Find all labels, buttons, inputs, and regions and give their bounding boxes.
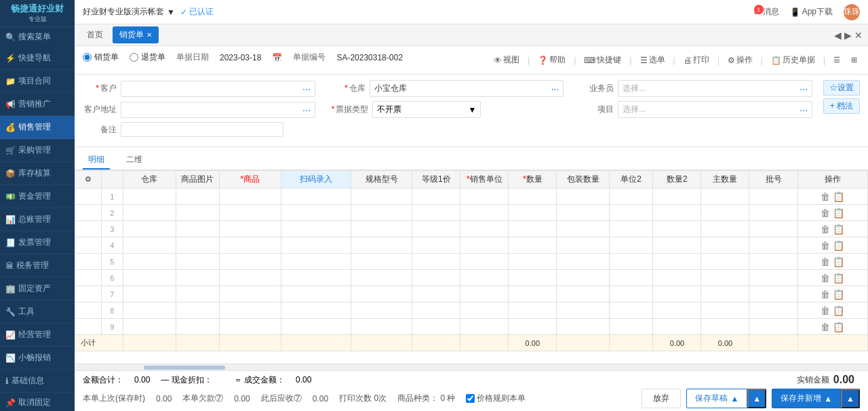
table-cell[interactable] — [557, 302, 610, 319]
table-cell[interactable] — [412, 221, 460, 237]
sale-order-input[interactable] — [83, 53, 92, 62]
tab-sale-order[interactable]: 销货单 ✕ — [113, 26, 159, 43]
table-cell[interactable] — [509, 319, 557, 335]
tab-2d[interactable]: 二维 — [121, 151, 148, 170]
sidebar-nav-funds[interactable]: 💵 资金管理 — [0, 185, 75, 208]
table-cell[interactable] — [281, 254, 351, 270]
delete-row-btn[interactable]: 🗑 — [821, 256, 830, 267]
table-cell[interactable] — [609, 221, 653, 237]
salesperson-dots[interactable]: ··· — [800, 83, 808, 94]
table-cell[interactable] — [412, 319, 460, 335]
abandon-btn[interactable]: 放弃 — [642, 389, 681, 408]
save-draft-more-btn[interactable]: ▲ — [747, 389, 766, 408]
table-cell[interactable] — [123, 189, 176, 205]
table-cell[interactable] — [176, 205, 220, 221]
table-cell[interactable] — [460, 319, 509, 335]
col-saleunit[interactable]: *销售单位 — [460, 171, 509, 189]
table-cell[interactable] — [281, 221, 351, 237]
table-cell[interactable] — [281, 286, 351, 302]
table-cell[interactable] — [176, 286, 220, 302]
table-cell[interactable] — [557, 254, 610, 270]
table-cell[interactable] — [220, 286, 281, 302]
table-cell[interactable] — [609, 205, 653, 221]
table-cell[interactable] — [412, 189, 460, 205]
delete-row-btn[interactable]: 🗑 — [821, 321, 830, 332]
table-cell[interactable] — [509, 221, 557, 237]
table-cell[interactable] — [412, 302, 460, 319]
table-cell[interactable] — [749, 254, 797, 270]
table-cell[interactable] — [460, 205, 509, 221]
table-cell[interactable] — [123, 302, 176, 319]
copy-row-btn[interactable]: 📋 — [833, 305, 844, 316]
help-btn[interactable]: ❓ 帮助 — [535, 53, 568, 67]
sidebar-nav-ledger[interactable]: 📊 总账管理 — [0, 208, 75, 231]
table-cell[interactable] — [460, 286, 509, 302]
table-cell[interactable] — [701, 270, 749, 286]
table-cell[interactable] — [460, 302, 509, 319]
table-cell[interactable] — [509, 302, 557, 319]
table-cell[interactable] — [281, 270, 351, 286]
table-cell[interactable] — [281, 302, 351, 319]
save-new-more-btn[interactable]: ▲ — [841, 389, 860, 408]
table-cell[interactable] — [412, 270, 460, 286]
delete-row-btn[interactable]: 🗑 — [821, 224, 830, 235]
table-cell[interactable] — [557, 221, 610, 237]
copy-row-btn[interactable]: 📋 — [833, 289, 844, 300]
col-mainqty[interactable]: 主数量 — [701, 171, 749, 189]
table-cell[interactable] — [609, 286, 653, 302]
sidebar-nav-tools[interactable]: 🔧 工具 — [0, 300, 75, 324]
table-cell[interactable] — [123, 221, 176, 237]
sale-order-radio[interactable]: 销货单 — [83, 52, 119, 63]
project-input[interactable]: 选择... ··· — [618, 101, 812, 118]
salesperson-input[interactable]: 选择... ··· — [618, 80, 812, 97]
table-cell[interactable] — [609, 302, 653, 319]
copy-row-btn[interactable]: 📋 — [833, 240, 844, 251]
view-mode-btn2[interactable]: ⊞ — [848, 54, 860, 66]
table-cell[interactable] — [220, 237, 281, 254]
sidebar-nav-project[interactable]: 📁 项目合同 — [0, 70, 75, 93]
delete-row-btn[interactable]: 🗑 — [821, 240, 830, 251]
table-cell[interactable] — [749, 270, 797, 286]
col-gear[interactable]: ⚙ — [75, 171, 102, 189]
return-order-radio[interactable]: 退货单 — [130, 52, 165, 63]
copy-row-btn[interactable]: 📋 — [833, 256, 844, 267]
table-cell[interactable] — [123, 205, 176, 221]
col-barcode[interactable]: 扫码录入 — [281, 171, 351, 189]
col-warehouse[interactable]: 仓库 — [123, 171, 176, 189]
table-cell[interactable] — [653, 319, 701, 335]
table-cell[interactable] — [653, 221, 701, 237]
table-cell[interactable] — [509, 237, 557, 254]
address-dots[interactable]: ··· — [302, 104, 311, 115]
table-cell[interactable] — [460, 189, 509, 205]
table-cell[interactable] — [412, 254, 460, 270]
customer-input[interactable]: ··· — [121, 81, 315, 97]
price-check-label[interactable]: 价格规则本单 — [466, 393, 526, 404]
table-cell[interactable] — [701, 205, 749, 221]
table-cell[interactable] — [609, 237, 653, 254]
table-cell[interactable] — [653, 270, 701, 286]
table-cell[interactable] — [509, 189, 557, 205]
sidebar-nav-sales[interactable]: 💰 销售管理 — [0, 116, 75, 139]
table-cell[interactable] — [351, 270, 412, 286]
table-cell[interactable] — [351, 237, 412, 254]
table-cell[interactable] — [609, 254, 653, 270]
project-dots[interactable]: ··· — [800, 104, 808, 115]
col-batch[interactable]: 批号 — [749, 171, 797, 189]
messages-btn[interactable]: ✉ 1 消息 — [754, 6, 779, 18]
save-draft-btn[interactable]: 保存草稿 ▲ — [686, 389, 747, 408]
table-cell[interactable] — [509, 254, 557, 270]
table-cell[interactable] — [557, 270, 610, 286]
warehouse-dots[interactable]: ··· — [551, 83, 559, 94]
price-check-input[interactable] — [466, 394, 475, 403]
archive-btn[interactable]: + 档法 — [823, 98, 860, 114]
table-cell[interactable] — [557, 319, 610, 335]
return-order-input[interactable] — [130, 53, 138, 62]
sidebar-nav-expense[interactable]: 📉 小畅报销 — [0, 347, 75, 370]
table-cell[interactable] — [509, 270, 557, 286]
table-cell[interactable] — [653, 286, 701, 302]
shortcut-btn[interactable]: ⌨ 快捷键 — [581, 53, 624, 67]
table-cell[interactable] — [749, 237, 797, 254]
user-avatar[interactable]: 珠珠 — [844, 4, 860, 20]
sidebar-nav-purchase[interactable]: 🛒 采购管理 — [0, 139, 75, 162]
table-cell[interactable] — [220, 270, 281, 286]
